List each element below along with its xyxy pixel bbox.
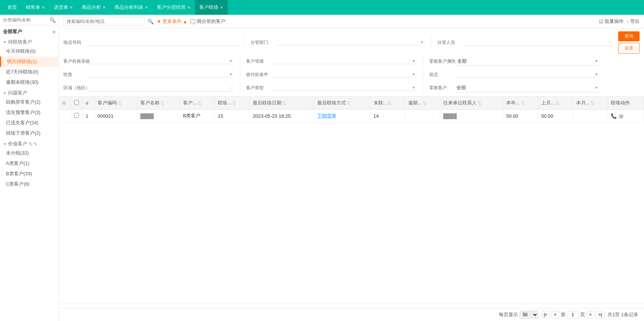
- row-checkbox: [71, 110, 83, 122]
- row-overdue: [405, 110, 440, 122]
- filter-more-conditions-button[interactable]: ▼ 更多条件 ▲: [157, 18, 188, 25]
- sidebar-item-class-a[interactable]: A类客户(1): [0, 158, 59, 169]
- filter-person-dots[interactable]: ···: [607, 40, 611, 45]
- sidebar-search-input[interactable]: [3, 17, 49, 23]
- sidebar-search-icon[interactable]: 🔍: [49, 17, 56, 23]
- nav-product-analysis[interactable]: 商品分析 ✕: [77, 0, 110, 15]
- sidebar: 🔍 全部客户 « 待联络客户 今天待联络(0) 明天待联络(1) 近7天待联络(…: [0, 15, 59, 321]
- filter-dept-select[interactable]: ▼: [276, 39, 426, 45]
- filter-customer-level-select[interactable]: ▼: [272, 58, 417, 64]
- query-button[interactable]: 查询: [618, 31, 640, 41]
- sidebar-all-customers[interactable]: 全部客户 «: [0, 25, 59, 37]
- filter-retail-customer-select[interactable]: 全部 ▼: [455, 84, 600, 92]
- filter-person-field: 分管人员 ···: [437, 39, 612, 46]
- chevron-icon: ▼: [229, 59, 232, 63]
- filter-price-level-select[interactable]: ▼: [90, 58, 234, 64]
- filter-phone-label: 电话号码: [63, 39, 89, 46]
- filter-customer-type-label: 客户类型: [246, 85, 272, 91]
- per-page-select[interactable]: 50 100 200: [519, 311, 538, 319]
- nav-purchase-close[interactable]: ✕: [70, 5, 73, 10]
- filter-region-select[interactable]: ···: [90, 84, 234, 92]
- action-grid-icon[interactable]: ▦: [619, 113, 623, 119]
- horizontal-scrollbar[interactable]: [59, 304, 644, 308]
- sidebar-item-churned[interactable]: 已流失客户(24): [0, 118, 59, 128]
- filter-nature-select[interactable]: ▼: [89, 72, 234, 77]
- divider8: [423, 82, 423, 93]
- my-customers-check[interactable]: [190, 19, 195, 24]
- filter-status-select[interactable]: ▼: [455, 72, 600, 77]
- sidebar-group-value-refresh[interactable]: ↻: [29, 141, 33, 147]
- filter-person-select[interactable]: ···: [463, 39, 612, 46]
- filter-nature-label: 性质: [63, 72, 89, 78]
- page-number-input[interactable]: [567, 311, 579, 318]
- main-layout: 🔍 全部客户 « 待联络客户 今天待联络(0) 明天待联络(1) 近7天待联络(…: [0, 15, 644, 321]
- last-page-button[interactable]: >|: [596, 311, 605, 318]
- set-button[interactable]: 设置: [618, 43, 640, 54]
- filter-person-label: 分管人员: [437, 39, 463, 46]
- filter-status-label: 状态: [429, 72, 455, 78]
- nav-customer-contact-close[interactable]: ✕: [220, 5, 223, 10]
- export-button[interactable]: ↑ 导出: [627, 18, 640, 25]
- chevron-icon7: ▼: [412, 86, 416, 90]
- sidebar-item-declining[interactable]: 持续下滑客户(2): [0, 128, 59, 138]
- chevron-icon3: ▼: [595, 59, 598, 63]
- action-phone-icon[interactable]: 📞: [611, 113, 617, 119]
- sidebar-item-overdue[interactable]: 逾期未联络(30): [0, 77, 59, 87]
- batch-ops-button[interactable]: ☑ 批量操作: [599, 18, 624, 25]
- page-navigation: |< < 第 页 > >|: [541, 311, 605, 318]
- filter-bar: 🔍 ▼ 更多条件 ▲ 我分管的客户 ☑ 批量操作 ↑ 导出: [59, 15, 644, 28]
- sidebar-item-7days[interactable]: 近7天待联络(0): [0, 67, 59, 77]
- nav-customer-tier[interactable]: 客户分层经营 ✕: [153, 0, 195, 15]
- sidebar-item-today[interactable]: 今天待联络(0): [0, 46, 59, 56]
- sidebar-item-class-b[interactable]: B类客户(33): [0, 169, 59, 179]
- nav-sales[interactable]: 销售单 ✕: [21, 0, 49, 15]
- settings-icon[interactable]: ⚙: [62, 100, 66, 106]
- nav-customer-contact[interactable]: 客户联络 ✕: [195, 0, 228, 15]
- filter-dept-label: 分管部门: [251, 39, 276, 46]
- col-last-method: 最后联络方式⇅: [314, 97, 370, 110]
- row-last-method: 下销货单: [314, 110, 370, 122]
- advanced-filter: 电话号码 分管部门 ▼ 分管人员 ···: [59, 28, 644, 97]
- filter-phone-input[interactable]: [89, 39, 238, 46]
- filter-customer-type-select[interactable]: ▼: [272, 85, 417, 91]
- sidebar-item-churn-warning[interactable]: 流失预警客户(3): [0, 107, 59, 118]
- chevron-icon2: ▼: [412, 59, 416, 63]
- filter-retail-customer-field: 零散客户 全部 ▼: [429, 84, 600, 92]
- nav-home[interactable]: 首页: [3, 0, 21, 15]
- sidebar-group-value-edit[interactable]: ✎: [34, 141, 38, 147]
- nav-customer-tier-close[interactable]: ✕: [187, 5, 190, 10]
- last-method-link[interactable]: 下销货单: [317, 113, 336, 118]
- filter-search-input[interactable]: [63, 17, 144, 26]
- nav-purchase[interactable]: 进货单 ✕: [49, 0, 77, 15]
- col-type: 客户...⇅: [180, 97, 215, 110]
- nav-sales-close[interactable]: ✕: [42, 5, 45, 10]
- my-customers-checkbox[interactable]: 我分管的客户: [190, 18, 225, 25]
- nav-product-analysis-close[interactable]: ✕: [102, 5, 106, 10]
- filter-row-2: 客户价格等级 ▼ 客户等级 ▼ 零散客户属性: [63, 56, 640, 67]
- filter-search-button[interactable]: 🔍: [147, 18, 154, 24]
- filter-phone-field: 电话号码: [63, 39, 238, 46]
- row-unit-contact: ████: [440, 110, 503, 122]
- sidebar-item-tomorrow[interactable]: 明天待联络(1): [0, 56, 59, 67]
- filter-region-dots[interactable]: ···: [229, 85, 232, 90]
- filter-payment-label: 收付款条件: [246, 72, 272, 78]
- prev-page-button[interactable]: <: [552, 311, 559, 318]
- customer-table: ⚙ # 客户编码⇅ 客户名称⇅ 客户...⇅: [59, 97, 644, 122]
- sidebar-item-ungrouped[interactable]: 未分组(32): [0, 148, 59, 158]
- filter-nature-field: 性质 ▼: [63, 72, 234, 78]
- row-select-checkbox[interactable]: [74, 113, 79, 118]
- col-checkbox: [71, 97, 83, 110]
- next-page-button[interactable]: >: [587, 311, 594, 318]
- filter-payment-select[interactable]: ▼: [272, 72, 417, 77]
- select-all-checkbox[interactable]: [74, 100, 79, 105]
- col-action: 联络动作: [608, 97, 644, 110]
- sidebar-collapse-icon[interactable]: «: [52, 28, 56, 35]
- sidebar-item-repurchase-abnormal[interactable]: 回购异常客户(2): [0, 97, 59, 107]
- first-page-button[interactable]: |<: [541, 311, 550, 318]
- row-type: B类客户: [180, 110, 215, 122]
- sidebar-item-class-c[interactable]: C类客户(6): [0, 179, 59, 189]
- row-last-date: 2023-05-23 18:25:: [250, 110, 314, 122]
- nav-product-list[interactable]: 商品分析列表 ✕: [110, 0, 153, 15]
- nav-product-list-close[interactable]: ✕: [145, 5, 148, 10]
- filter-retail-attr-select[interactable]: 全部 ▼: [456, 57, 600, 66]
